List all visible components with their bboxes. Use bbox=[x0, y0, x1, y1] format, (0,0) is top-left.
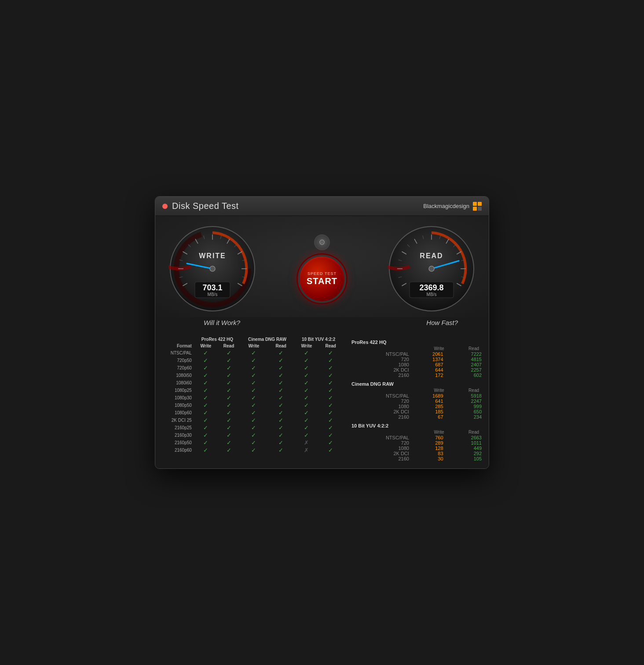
row-label: 720 bbox=[350, 357, 413, 362]
cross-mark: ✗ bbox=[294, 439, 318, 446]
check-mark: ✓ bbox=[240, 394, 267, 402]
check-mark: ✓ bbox=[267, 402, 294, 409]
check-mark: ✓ bbox=[267, 446, 294, 454]
brand-logo bbox=[473, 202, 482, 211]
read-value-cell: 2247 bbox=[447, 398, 482, 404]
read-value-cell: 292 bbox=[447, 451, 482, 456]
col-header-row: WriteRead bbox=[350, 346, 482, 351]
check-mark: ✓ bbox=[318, 446, 343, 454]
read-value-cell: 4815 bbox=[447, 357, 482, 362]
col-header-row: WriteRead bbox=[350, 387, 482, 393]
check-mark: ✓ bbox=[267, 364, 294, 372]
read-value-cell: 999 bbox=[447, 404, 482, 409]
write-value-cell: 1689 bbox=[413, 393, 447, 398]
read-col-header: Read bbox=[447, 387, 482, 393]
right-table: ProRes 422 HQWriteReadNTSC/PAL2061722272… bbox=[350, 336, 482, 461]
check-mark: ✓ bbox=[318, 379, 343, 387]
check-mark: ✓ bbox=[217, 424, 240, 431]
check-mark: ✓ bbox=[267, 379, 294, 387]
read-value-cell: 2663 bbox=[447, 435, 482, 440]
format-col-header: Format bbox=[162, 343, 194, 349]
check-mark: ✓ bbox=[267, 357, 294, 364]
check-mark: ✓ bbox=[194, 394, 217, 402]
left-table-row: 2K DCI 25✓✓✓✓✓✓ bbox=[162, 417, 343, 424]
row-label: NTSC/PAL bbox=[350, 351, 413, 357]
check-mark: ✓ bbox=[318, 439, 343, 446]
check-mark: ✓ bbox=[267, 349, 294, 357]
row-label: 2160 bbox=[350, 414, 413, 420]
check-mark: ✓ bbox=[318, 424, 343, 431]
check-mark: ✓ bbox=[318, 402, 343, 409]
check-mark: ✓ bbox=[240, 349, 267, 357]
check-mark: ✓ bbox=[240, 364, 267, 372]
check-mark: ✓ bbox=[217, 379, 240, 387]
start-button[interactable]: SPEED TEST START bbox=[298, 255, 346, 303]
write-unit: MB/s bbox=[208, 292, 218, 297]
check-mark: ✓ bbox=[217, 394, 240, 402]
left-table-row: 1080i50✓✓✓✓✓✓ bbox=[162, 372, 343, 379]
section-header-row: ProRes 422 HQ bbox=[350, 336, 482, 346]
read-value: 2369.8 bbox=[419, 283, 443, 292]
write-value-cell: 1374 bbox=[413, 357, 447, 362]
read-unit: MB/s bbox=[427, 292, 437, 297]
close-button[interactable] bbox=[162, 204, 168, 209]
check-mark: ✓ bbox=[294, 431, 318, 439]
left-header-prores: ProRes 422 HQ bbox=[194, 336, 240, 343]
check-mark: ✓ bbox=[194, 372, 217, 379]
prores-write-header: Write bbox=[194, 343, 217, 349]
write-value: 703.1 bbox=[202, 283, 222, 292]
logo-square-4 bbox=[478, 207, 482, 211]
left-table-row: 1080i60✓✓✓✓✓✓ bbox=[162, 379, 343, 387]
check-mark: ✓ bbox=[240, 446, 267, 454]
read-value-cell: 449 bbox=[447, 446, 482, 451]
read-value-cell: 7222 bbox=[447, 351, 482, 357]
check-mark: ✓ bbox=[240, 402, 267, 409]
right-data-row: 2K DCI6442257 bbox=[350, 367, 482, 373]
svg-point-20 bbox=[210, 266, 215, 271]
check-mark: ✓ bbox=[294, 394, 318, 402]
write-gauge-wrap: WRITE 703.1 MB/s bbox=[168, 225, 256, 313]
format-cell: 1080p60 bbox=[162, 409, 194, 417]
write-col-header: Write bbox=[413, 346, 447, 351]
row-label: NTSC/PAL bbox=[350, 393, 413, 398]
write-value-cell: 185 bbox=[413, 409, 447, 414]
check-mark: ✓ bbox=[217, 349, 240, 357]
left-table-row: 1080p60✓✓✓✓✓✓ bbox=[162, 409, 343, 417]
write-value-cell: 172 bbox=[413, 373, 447, 378]
check-mark: ✓ bbox=[194, 357, 217, 364]
check-mark: ✓ bbox=[318, 409, 343, 417]
row-label: 2160 bbox=[350, 456, 413, 461]
logo-square-1 bbox=[473, 202, 477, 206]
row-label: 1080 bbox=[350, 362, 413, 367]
gear-button[interactable]: ⚙ bbox=[314, 234, 330, 250]
row-label: 1080 bbox=[350, 446, 413, 451]
cross-mark: ✗ bbox=[294, 446, 318, 454]
check-mark: ✓ bbox=[240, 379, 267, 387]
check-mark: ✓ bbox=[240, 409, 267, 417]
left-table-row: 720p50✓✓✓✓✓✓ bbox=[162, 357, 343, 364]
check-mark: ✓ bbox=[240, 387, 267, 394]
read-value-cell: 650 bbox=[447, 409, 482, 414]
check-mark: ✓ bbox=[294, 372, 318, 379]
check-mark: ✓ bbox=[194, 439, 217, 446]
format-cell: 2K DCI 25 bbox=[162, 417, 194, 424]
write-value-cell: 30 bbox=[413, 456, 447, 461]
read-label: READ bbox=[420, 252, 443, 259]
check-mark: ✓ bbox=[267, 394, 294, 402]
write-value-cell: 641 bbox=[413, 398, 447, 404]
check-mark: ✓ bbox=[194, 402, 217, 409]
left-table-row: 2160p25✓✓✓✓✓✓ bbox=[162, 424, 343, 431]
write-value-cell: 83 bbox=[413, 451, 447, 456]
check-mark: ✓ bbox=[267, 424, 294, 431]
check-mark: ✓ bbox=[294, 409, 318, 417]
read-value-cell: 1011 bbox=[447, 440, 482, 446]
empty-col bbox=[350, 387, 413, 393]
check-mark: ✓ bbox=[194, 417, 217, 424]
app-title: Disk Speed Test bbox=[172, 201, 239, 211]
check-mark: ✓ bbox=[194, 387, 217, 394]
check-mark: ✓ bbox=[267, 431, 294, 439]
right-data-row: NTSC/PAL16895918 bbox=[350, 393, 482, 398]
right-data-row: 2160172602 bbox=[350, 373, 482, 378]
right-data-row: 216030105 bbox=[350, 456, 482, 461]
check-mark: ✓ bbox=[194, 431, 217, 439]
